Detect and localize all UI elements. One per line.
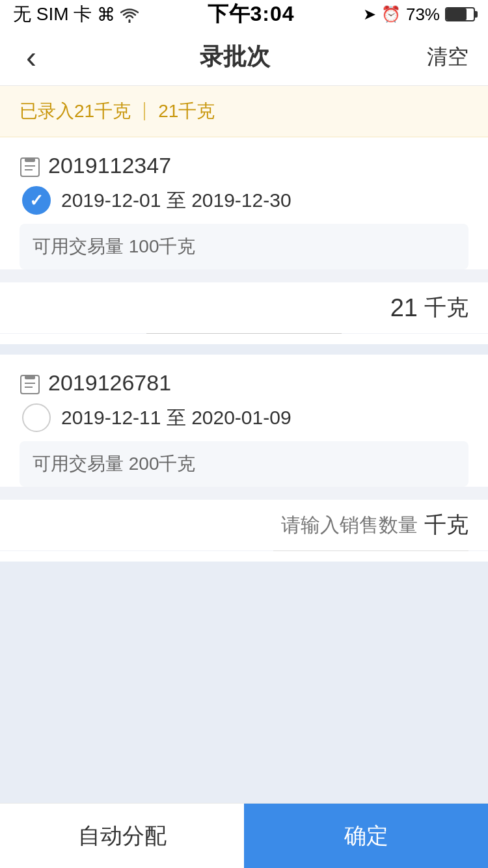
batch2-unit: 千克 [424, 510, 468, 540]
batch2-amount-input[interactable] [223, 514, 418, 536]
batch2-available: 可用交易量 200千克 [20, 441, 468, 487]
batch1-available: 可用交易量 100千克 [20, 224, 468, 269]
batch1-date-row[interactable]: 2019-12-01 至 2019-12-30 [20, 186, 468, 215]
battery-icon [445, 7, 475, 21]
status-left: 无 SIM 卡 ⌘ [13, 2, 139, 27]
banner-divider [144, 102, 145, 120]
batch1-radio[interactable] [22, 186, 51, 215]
batch2-spacer [0, 551, 488, 562]
status-right: ➤ ⏰ 73% [363, 5, 475, 25]
batch2-input-row: 千克 [0, 500, 488, 550]
batch1-unit: 千克 [424, 293, 468, 323]
batch2-date: 2019-12-11 至 2020-01-09 [61, 405, 291, 431]
wifi-icon: ⌘ [97, 4, 139, 25]
bottom-bar: 自动分配 确定 [0, 803, 488, 868]
batch1-amount-row: 千克 [0, 282, 488, 333]
no-sim-text: 无 SIM 卡 [13, 2, 92, 27]
batch2-icon [20, 370, 40, 396]
recorded-label: 已录入21千克 [20, 99, 131, 124]
batch2-radio[interactable] [22, 403, 51, 432]
back-button[interactable]: ‹ [20, 33, 43, 81]
auto-distribute-button[interactable]: 自动分配 [0, 804, 244, 868]
batch-item-1: 2019112347 2019-12-01 至 2019-12-30 可用交易量… [0, 137, 488, 269]
batch-item-2: 2019126781 2019-12-11 至 2020-01-09 可用交易量… [0, 355, 488, 487]
confirm-button[interactable]: 确定 [244, 804, 488, 868]
clear-button[interactable]: 清空 [427, 43, 468, 72]
batch1-spacer [0, 334, 488, 344]
battery-percent: 73% [406, 5, 440, 25]
batch1-icon [20, 153, 40, 178]
svg-rect-5 [25, 375, 35, 379]
total-label: 21千克 [158, 99, 215, 124]
svg-rect-1 [25, 158, 35, 162]
batch1-date: 2019-12-01 至 2019-12-30 [61, 187, 291, 214]
status-bar: 无 SIM 卡 ⌘ 下午3:04 ➤ ⏰ 73% [0, 0, 488, 29]
page-title: 录批次 [200, 41, 270, 73]
nav-bar: ‹ 录批次 清空 [0, 29, 488, 86]
batch2-id: 2019126781 [48, 370, 171, 396]
info-banner: 已录入21千克 21千克 [0, 86, 488, 137]
alarm-icon: ⏰ [381, 5, 401, 23]
batch1-header: 2019112347 [20, 153, 468, 178]
batch1-id: 2019112347 [48, 153, 171, 178]
batch1-amount-input[interactable] [340, 294, 418, 322]
batch2-header: 2019126781 [20, 370, 468, 396]
status-time: 下午3:04 [208, 0, 295, 29]
location-icon: ➤ [363, 5, 376, 23]
batch2-date-row[interactable]: 2019-12-11 至 2020-01-09 [20, 403, 468, 432]
section-separator [0, 344, 488, 355]
